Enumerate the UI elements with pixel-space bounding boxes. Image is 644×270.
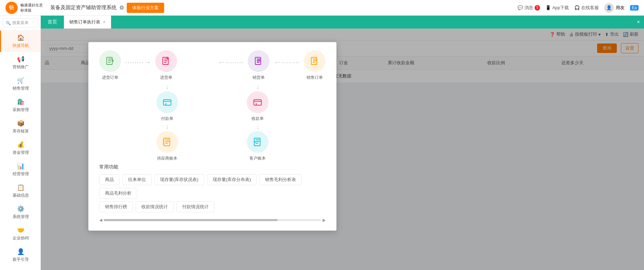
wf-node-payment[interactable]: ¥ 付款单	[156, 91, 178, 122]
scroll-track[interactable]	[104, 219, 321, 221]
message-button[interactable]: 💬 消息 5	[518, 5, 540, 11]
wf-circle-sales-order	[304, 50, 326, 72]
arrow-receipt-down: ↓	[256, 123, 259, 130]
sidebar-icon-newbie: 👤	[17, 248, 24, 255]
sidebar-label-sales: 销售管理	[13, 86, 29, 91]
wf-label-customer-ledger: 客户账本	[249, 156, 266, 161]
scroll-left-arrow[interactable]: ◀	[99, 218, 102, 222]
tab-sales-order[interactable]: 销售订单执行表 ×	[64, 16, 111, 29]
wf-label-supplier-ledger: 供应商账本	[157, 156, 177, 161]
sidebar-label-finance: 资金管理	[13, 150, 29, 156]
cf-btn-stock-dist[interactable]: 现存量(库存分布表)	[207, 174, 257, 185]
message-icon: 💬	[518, 5, 523, 10]
wf-node-purchase-bill[interactable]: 进货单	[155, 50, 177, 80]
svg-rect-7	[164, 138, 170, 146]
trial-button[interactable]: 体验行业方案	[127, 3, 164, 13]
sidebar-label-system: 系统管理	[13, 214, 29, 220]
wf-label-payment: 付款单	[161, 116, 173, 122]
svg-point-12	[254, 141, 256, 143]
wf-circle-purchase-order	[99, 50, 121, 72]
arrow-so-to-sb: ←········	[213, 57, 247, 67]
wf-node-sales-bill[interactable]: 销货单	[248, 50, 269, 80]
cf-btn-sales-rank[interactable]: 销售排行榜	[99, 201, 133, 212]
sidebar-label-basic-info: 基础信息	[13, 193, 29, 198]
sidebar-icon-system: ⚙️	[17, 205, 24, 213]
scroll-right-arrow[interactable]: ▶	[323, 218, 326, 222]
tab-close-button[interactable]: ×	[103, 20, 105, 24]
wf-label-sales-bill: 销货单	[253, 75, 265, 80]
system-title-area: 装备及固定资产辅助管理系统 ⚙ 体验行业方案	[50, 3, 514, 13]
modal-overlay: 进货订单 ········→	[41, 29, 644, 270]
top-bar: 畅 畅康通好生意 标准版 装备及固定资产辅助管理系统 ⚙ 体验行业方案 💬 消息…	[0, 0, 644, 16]
settings-gear-button[interactable]: ⚙	[119, 4, 124, 11]
common-functions: 常用功能 商品 往来单位 现存量(库存状况表) 现存量(库存分布表) 销售毛利分…	[99, 164, 326, 212]
sidebar-label-operations: 经营管理	[13, 171, 29, 177]
wf-circle-receipt: ¥	[247, 91, 268, 113]
wf-node-purchase-order[interactable]: 进货订单	[99, 50, 121, 80]
wf-node-receipt[interactable]: ¥ 收款单	[247, 91, 268, 122]
sidebar-icon-finance: 💰	[17, 141, 24, 148]
sidebar-icon-operations: 📊	[17, 162, 24, 170]
sidebar-icon-enterprise: 🤝	[17, 227, 24, 234]
main-layout: 🔍 搜索菜单 🏠 快捷导航 📢 营销推广 🛒 销售管理 🛍️ 采购管理 📦 库存…	[0, 16, 644, 270]
cf-btn-counterpart[interactable]: 往来单位	[122, 174, 152, 185]
sidebar-search-area: 🔍 搜索菜单	[0, 16, 40, 31]
message-badge: 5	[535, 5, 540, 11]
sidebar-label-newbie: 新手引导	[13, 257, 29, 263]
arrow-sb-down: ↓	[256, 83, 259, 90]
sidebar-item-finance[interactable]: 💰 资金管理	[0, 138, 40, 159]
sidebar-icon-sales: 🛒	[17, 77, 24, 84]
sidebar-icon-inventory: 📦	[17, 120, 24, 127]
wf-node-sales-order[interactable]: 销售订单	[304, 50, 326, 80]
svg-text:¥: ¥	[165, 102, 167, 106]
wf-node-supplier-ledger[interactable]: 供应商账本	[156, 131, 178, 161]
logo-area: 畅 畅康通好生意 标准版	[5, 2, 46, 14]
sidebar-item-newbie[interactable]: 👤 新手引导	[0, 245, 40, 266]
svg-rect-9	[254, 100, 262, 105]
cf-btn-payment-stats[interactable]: 付款情况统计	[176, 201, 214, 212]
sidebar-item-sales[interactable]: 🛒 销售管理	[0, 73, 40, 95]
online-service-button[interactable]: 🎧 在线客服	[574, 5, 599, 11]
system-title-text: 装备及固定资产辅助管理系统	[50, 4, 117, 11]
sidebar-search-button[interactable]: 🔍 搜索菜单	[3, 18, 38, 28]
tab-bar: 首页 销售订单执行表 × ×	[41, 16, 644, 29]
cf-btn-sales-margin[interactable]: 销售毛利分析表	[259, 174, 302, 185]
sidebar-icon-marketing: 📢	[17, 55, 24, 63]
sidebar-item-marketing[interactable]: 📢 营销推广	[0, 52, 40, 73]
sidebar-item-purchase[interactable]: 🛍️ 采购管理	[0, 95, 40, 116]
wf-circle-purchase-bill	[155, 50, 177, 72]
wf-label-purchase-bill: 进货单	[160, 75, 172, 80]
sidebar-label-quick-nav: 快捷导航	[13, 43, 29, 49]
tab-bar-close-button[interactable]: ×	[633, 19, 644, 25]
ea-badge: Ea	[630, 5, 639, 11]
wf-circle-payment: ¥	[156, 91, 178, 113]
logo-text: 畅康通好生意 标准版	[20, 3, 43, 13]
sidebar-item-quick-nav[interactable]: 🏠 快捷导航	[0, 31, 40, 52]
cf-btn-receipt-stats[interactable]: 收款情况统计	[136, 201, 174, 212]
cf-buttons-row2: 销售排行榜 收款情况统计 付款情况统计	[99, 201, 326, 212]
app-download-button[interactable]: 📱 App下载	[545, 5, 569, 11]
sidebar-item-enterprise[interactable]: 🤝 企业协同	[0, 223, 40, 245]
service-icon: 🎧	[574, 5, 580, 10]
wf-circle-supplier-ledger	[156, 131, 178, 153]
workflow-row-2: ↓ ¥	[99, 82, 326, 161]
cf-btn-goods-margin[interactable]: 商品毛利分析	[99, 188, 137, 199]
sidebar-label-marketing: 营销推广	[13, 64, 29, 70]
svg-rect-5	[163, 100, 171, 105]
wf-node-customer-ledger[interactable]: 客户账本	[247, 131, 268, 161]
sidebar-label-enterprise: 企业协同	[13, 235, 29, 241]
cf-btn-goods[interactable]: 商品	[99, 174, 120, 185]
avatar: 👤	[604, 3, 614, 13]
wf-label-purchase-order: 进货订单	[102, 75, 118, 80]
wf-circle-sales-bill	[248, 50, 269, 72]
sidebar-item-inventory[interactable]: 📦 库存核算	[0, 116, 40, 138]
sidebar: 🔍 搜索菜单 🏠 快捷导航 📢 营销推广 🛒 销售管理 🛍️ 采购管理 📦 库存…	[0, 16, 41, 270]
search-icon: 🔍	[6, 21, 11, 25]
user-avatar-area[interactable]: 👤 用友	[604, 3, 625, 13]
sidebar-item-operations[interactable]: 📊 经营管理	[0, 159, 40, 180]
tab-home[interactable]: 首页	[41, 16, 64, 29]
sidebar-item-basic-info[interactable]: 📋 基础信息	[0, 180, 40, 202]
workflow-row-1: 进货订单 ········→	[99, 50, 326, 80]
cf-btn-stock-status[interactable]: 现存量(库存状况表)	[154, 174, 204, 185]
sidebar-item-system[interactable]: ⚙️ 系统管理	[0, 202, 40, 223]
